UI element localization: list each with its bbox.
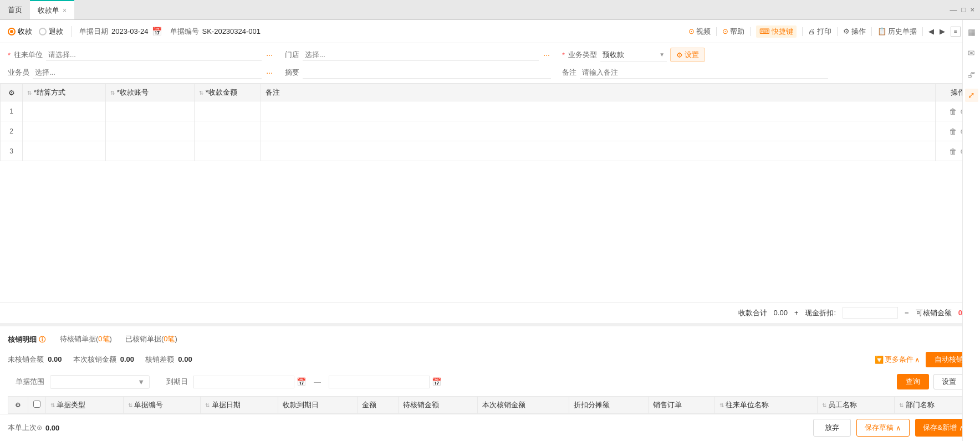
sort-icon-settlement[interactable]: ⇅ (27, 90, 32, 96)
form-row-2: 业务员 ··· 摘要 备注 (8, 66, 972, 79)
row-1-delete-icon[interactable]: 🗑 (949, 107, 957, 116)
tab-current[interactable]: 收款单 × (30, 0, 74, 19)
info-icon[interactable]: ⓘ (39, 335, 45, 345)
row-1-account-input[interactable] (106, 101, 194, 121)
radio-receive[interactable]: 收款 (8, 27, 32, 37)
discount-input[interactable] (843, 307, 898, 319)
row-2-account[interactable] (106, 121, 195, 141)
row-3-note[interactable] (261, 141, 936, 161)
staff-input[interactable] (33, 66, 262, 79)
row-2-account-input[interactable] (106, 121, 194, 141)
action-btn[interactable]: ⚙ 操作 (843, 27, 866, 37)
date-from-input[interactable]: 2022-04-01 (193, 376, 294, 388)
sort-icon-date[interactable]: ⇅ (205, 402, 210, 408)
counterpart-more-btn[interactable]: ··· (265, 50, 274, 59)
business-type-select[interactable]: 预收款 ▼ (600, 48, 667, 62)
sidebar-table-icon[interactable]: ▦ (965, 25, 978, 39)
counterpart-input[interactable] (46, 49, 262, 61)
rec-settings-btn[interactable]: 设置 (933, 374, 964, 389)
row-3-amount[interactable] (195, 141, 261, 161)
rec-th-amount-label: 金额 (362, 401, 376, 409)
summary-input[interactable] (303, 66, 551, 79)
rec-table-header: ⚙ ⇅ 单据类型 ⇅ 单据编号 ⇅ (8, 397, 972, 414)
sidebar-expand-icon[interactable]: ⤢ (965, 89, 978, 102)
payment-table: ⚙ ⇅ *结算方式 ⇅ *收款账号 ⇅ *收款金额 备注 操作 (0, 84, 980, 161)
rec-th-settings[interactable]: ⚙ (8, 397, 28, 414)
radio-refund[interactable]: 退款 (39, 27, 63, 37)
sidebar-clip-icon[interactable]: 🖇 (965, 68, 978, 81)
store-more-btn[interactable]: ··· (542, 50, 551, 59)
staff-field: 业务员 ··· (8, 66, 274, 79)
rec-th-counterpart-label: 往来单位名称 (726, 401, 769, 409)
save-draft-btn[interactable]: 保存草稿 ∧ (856, 419, 910, 437)
done-tab[interactable]: 已核销单据(0笔) (119, 332, 184, 347)
date-to-icon[interactable]: 📅 (432, 377, 441, 386)
row-2-settlement-input[interactable] (23, 121, 105, 141)
setting-button[interactable]: ⚙ 设置 (670, 48, 705, 62)
window-minimize[interactable]: — (950, 6, 957, 14)
row-3-delete-icon[interactable]: 🗑 (949, 147, 957, 156)
row-2-amount-input[interactable] (195, 121, 261, 141)
store-input[interactable] (303, 49, 539, 61)
help-btn[interactable]: ⊙ 帮助 (722, 27, 744, 37)
discard-btn[interactable]: 放弃 (813, 419, 851, 437)
sort-icon-staff[interactable]: ⇅ (822, 402, 826, 408)
row-2-delete-icon[interactable]: 🗑 (949, 127, 957, 136)
row-1-settlement[interactable] (23, 101, 106, 121)
layout-list-icon[interactable]: ≡ (951, 27, 961, 37)
row-3-amount-input[interactable] (195, 141, 261, 161)
sort-icon-amount[interactable]: ⇅ (199, 90, 203, 96)
net-label: 可核销金额 (916, 308, 952, 318)
save-new-label: 保存&新增 (923, 423, 957, 433)
tab-close-icon[interactable]: × (63, 7, 67, 14)
row-1-note-input[interactable] (261, 101, 935, 121)
row-1-amount-input[interactable] (195, 101, 261, 121)
query-btn[interactable]: 查询 (897, 374, 929, 389)
nav-next[interactable]: ▶ (940, 27, 945, 35)
shortcut-btn[interactable]: ⌨ 快捷键 (756, 25, 797, 38)
radio-receive-dot (8, 28, 16, 35)
note-input[interactable] (580, 66, 828, 79)
row-2-settlement[interactable] (23, 121, 106, 141)
row-3-settlement[interactable] (23, 141, 106, 161)
calendar-icon[interactable]: 📅 (152, 27, 162, 37)
sort-icon-counterpart[interactable]: ⇅ (719, 402, 724, 408)
th-settings[interactable]: ⚙ (1, 84, 23, 101)
window-maximize[interactable]: □ (962, 6, 966, 14)
row-2-num: 2 (1, 121, 23, 141)
row-1-note[interactable] (261, 101, 936, 121)
nav-prev[interactable]: ◀ (928, 27, 934, 35)
staff-more-btn[interactable]: ··· (265, 68, 274, 77)
row-3-account-input[interactable] (106, 141, 194, 161)
sort-icon-store[interactable]: ⇅ (899, 402, 904, 408)
row-2-note[interactable] (261, 121, 936, 141)
row-1-settlement-input[interactable] (23, 101, 105, 121)
form-row-1: * 往来单位 ··· 门店 ··· * 业务类型 预收款 ▼ ⚙ 设置 (8, 48, 972, 62)
action-label: 操作 (851, 27, 866, 37)
sort-icon-account[interactable]: ⇅ (110, 90, 115, 96)
range-select[interactable]: ▼ (50, 375, 150, 389)
tab-home[interactable]: 首页 (0, 0, 30, 19)
number-value: SK-20230324-001 (202, 27, 261, 35)
sort-icon-number[interactable]: ⇅ (128, 402, 132, 408)
rec-th-amount: 金额 (357, 397, 399, 414)
row-1-amount[interactable] (195, 101, 261, 121)
print-btn[interactable]: 🖨 打印 (808, 27, 831, 37)
history-btn[interactable]: 📋 历史单据 (877, 27, 917, 37)
row-2-amount[interactable] (195, 121, 261, 141)
sidebar-mail-icon[interactable]: ✉ (965, 47, 978, 60)
row-3-note-input[interactable] (261, 141, 935, 161)
date-from-icon[interactable]: 📅 (297, 377, 306, 386)
rec-th-checkbox[interactable] (28, 397, 46, 414)
window-close[interactable]: × (970, 6, 974, 14)
row-2-note-input[interactable] (261, 121, 935, 141)
rec-select-all[interactable] (33, 401, 40, 408)
sort-icon-type[interactable]: ⇅ (50, 402, 55, 408)
row-3-account[interactable] (106, 141, 195, 161)
row-3-settlement-input[interactable] (23, 141, 105, 161)
date-to-input[interactable]: 2022-04-12 (329, 376, 430, 388)
video-btn[interactable]: ⊙ 视频 (688, 27, 711, 37)
row-1-account[interactable] (106, 101, 195, 121)
pending-tab[interactable]: 待核销单据(0笔) (53, 332, 119, 347)
more-conditions-btn[interactable]: 🔽 更多条件 ∧ (875, 355, 920, 365)
